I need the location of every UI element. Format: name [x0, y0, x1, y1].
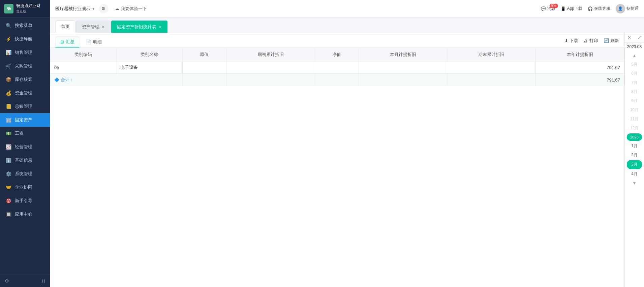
sidebar-item-sales[interactable]: 📊 销售管理 — [0, 46, 50, 59]
close-tab-depreciation[interactable]: ✕ — [158, 25, 162, 29]
col-net-value: 净值 — [315, 48, 359, 61]
depreciation-tab-label: 固定资产折旧统计表 — [117, 24, 156, 30]
app-download-label: App下载 — [567, 6, 582, 11]
sidebar-item-label: 经营管理 — [15, 144, 32, 150]
month-item[interactable]: 8月 — [625, 87, 644, 96]
month-item[interactable]: 12月 — [625, 124, 644, 133]
app-download-button[interactable]: 📱 App下载 — [561, 6, 582, 11]
row-original — [182, 61, 226, 74]
logo-name: 畅捷通好业财 — [16, 3, 40, 9]
print-icon: 🖨 — [584, 38, 588, 43]
summary-icon: ⊞ — [60, 39, 64, 44]
detail-label: 明细 — [93, 39, 102, 45]
settings-icon[interactable]: ⚙ — [5, 278, 9, 284]
col-original: 原值 — [182, 48, 226, 61]
sidebar-item-label: 系统管理 — [15, 171, 32, 177]
sidebar-item-operations[interactable]: 📈 经营管理 — [0, 140, 50, 154]
operations-icon: 📈 — [5, 144, 11, 150]
topbar-settings-button[interactable]: ⚙ — [99, 4, 108, 13]
chevron-down-icon: ▼ — [92, 7, 95, 11]
experience-button[interactable]: ☁ 我要体验一下 — [115, 6, 147, 12]
sub-tabs-left: ⊞ 汇总 📄 明细 — [55, 36, 107, 47]
month-item[interactable]: 6月 — [625, 69, 644, 78]
purchase-icon: 🛒 — [5, 63, 11, 69]
table-header-row: 类别编码 类别名称 原值 期初累计折旧 净值 本月计提折旧 期末累计折旧 本年计… — [50, 48, 624, 61]
col-period-accum: 期初累计折旧 — [226, 48, 315, 61]
sub-tab-detail[interactable]: 📄 明细 — [81, 36, 107, 47]
sidebar-item-basics[interactable]: ℹ️ 基础信息 — [0, 154, 50, 167]
tab-home[interactable]: 首页 — [55, 21, 75, 33]
sidebar-item-app-center[interactable]: 🔲 应用中心 — [0, 208, 50, 221]
sidebar-item-general-ledger[interactable]: 📒 总账管理 — [0, 100, 50, 113]
company-selector[interactable]: 医疗器械行业演示 ▼ — [55, 6, 95, 12]
sidebar-item-label: 应用中心 — [15, 211, 32, 217]
collapse-icon[interactable]: ⟨⟩ — [42, 278, 45, 284]
refresh-icon: 🔄 — [604, 38, 609, 43]
right-panel-header: ✕ ⤢ — [625, 33, 644, 42]
sidebar-item-inventory[interactable]: 📦 库存核算 — [0, 73, 50, 86]
depreciation-table: 类别编码 类别名称 原值 期初累计折旧 净值 本月计提折旧 期末累计折旧 本年计… — [50, 48, 624, 86]
sidebar-footer: ⚙ ⟨⟩ — [0, 275, 50, 287]
close-panel-icon[interactable]: ✕ — [627, 35, 631, 40]
sidebar-item-finance[interactable]: 💰 资金管理 — [0, 86, 50, 100]
general-ledger-icon: 📒 — [5, 103, 11, 109]
table-container: 类别编码 类别名称 原值 期初累计折旧 净值 本月计提折旧 期末累计折旧 本年计… — [50, 48, 624, 287]
sidebar-item-search[interactable]: 🔍 搜索菜单 — [0, 19, 50, 32]
total-net-value — [315, 74, 359, 86]
sidebar-item-quick-nav[interactable]: ⚡ 快捷导航 — [0, 32, 50, 46]
fixed-assets-icon: 🏢 — [5, 117, 11, 123]
scroll-up-button[interactable]: ▲ — [625, 51, 644, 60]
total-original — [182, 74, 226, 86]
sidebar-item-fixed-assets[interactable]: 🏢 固定资产 — [0, 113, 50, 127]
sidebar-item-purchase[interactable]: 🛒 采购管理 — [0, 59, 50, 73]
total-period-accum — [226, 74, 315, 86]
date-label: 2023.03 — [624, 42, 644, 51]
sidebar-item-label: 销售管理 — [15, 50, 32, 56]
month-item[interactable]: 9月 — [625, 96, 644, 105]
customer-service-button[interactable]: 🎧 在线客服 — [588, 6, 610, 11]
row-net-value — [315, 61, 359, 74]
month-item[interactable]: 10月 — [625, 105, 644, 115]
month-item-jan[interactable]: 1月 — [625, 141, 644, 151]
tab-asset-mgmt[interactable]: 资产管理 ✕ — [76, 21, 111, 33]
headset-icon: 🎧 — [588, 6, 593, 11]
year-2023-label: 2023 — [627, 133, 642, 141]
sidebar-item-label: 库存核算 — [15, 76, 32, 83]
month-item-feb[interactable]: 2月 — [625, 151, 644, 160]
print-button[interactable]: 🖨 打印 — [584, 38, 598, 44]
month-item-apr[interactable]: 4月 — [625, 169, 644, 179]
row-year-deprec: 791.67 — [536, 61, 624, 74]
refresh-button[interactable]: 🔄 刷新 — [604, 38, 619, 44]
sidebar: 畅 畅捷通好业财 普及版 🔍 搜索菜单 ⚡ 快捷导航 📊 销售管理 🛒 采购管理… — [0, 0, 50, 287]
logo-version: 普及版 — [16, 9, 40, 14]
message-icon: 💬 — [541, 6, 546, 11]
month-item[interactable]: 5月 — [625, 60, 644, 69]
month-item[interactable]: 11月 — [625, 115, 644, 124]
scroll-down-button[interactable]: ▼ — [625, 179, 644, 187]
month-list: ▲ 5月 6月 7月 8月 9月 10月 11月 12月 2023 1月 2月 … — [625, 51, 644, 284]
sidebar-item-label: 固定资产 — [15, 117, 32, 123]
month-item[interactable]: 7月 — [625, 78, 644, 87]
total-icon: 🔷 — [54, 77, 59, 82]
sidebar-item-system[interactable]: ⚙️ 系统管理 — [0, 167, 50, 181]
total-year-deprec: 791.67 — [536, 74, 624, 86]
close-tab-asset-mgmt[interactable]: ✕ — [101, 25, 105, 29]
sidebar-item-guide[interactable]: 🎯 新手引导 — [0, 194, 50, 208]
sidebar-item-enterprise[interactable]: 🤝 企业协同 — [0, 181, 50, 194]
row-period-accum — [226, 61, 315, 74]
guide-icon: 🎯 — [5, 198, 11, 204]
download-button[interactable]: ⬇ 下载 — [564, 38, 578, 44]
user-menu[interactable]: 👤 畅捷通 — [616, 4, 639, 13]
table-row[interactable]: 05 电子设备 791.67 — [50, 61, 624, 74]
tab-depreciation[interactable]: 固定资产折旧统计表 ✕ — [111, 21, 167, 33]
expand-panel-icon[interactable]: ⤢ — [638, 35, 641, 40]
sub-tabs-actions: ⬇ 下载 🖨 打印 🔄 刷新 — [564, 38, 619, 46]
month-item-mar[interactable]: 3月 — [627, 160, 642, 169]
finance-icon: 💰 — [5, 90, 11, 96]
sidebar-item-label: 搜索菜单 — [15, 23, 32, 29]
messages-button[interactable]: 💬 消息 99+ — [541, 6, 555, 11]
sub-tab-summary[interactable]: ⊞ 汇总 — [55, 36, 80, 47]
sidebar-item-label: 工资 — [15, 130, 24, 136]
sidebar-item-label: 企业协同 — [15, 184, 32, 190]
sidebar-item-payroll[interactable]: 💵 工资 — [0, 127, 50, 140]
